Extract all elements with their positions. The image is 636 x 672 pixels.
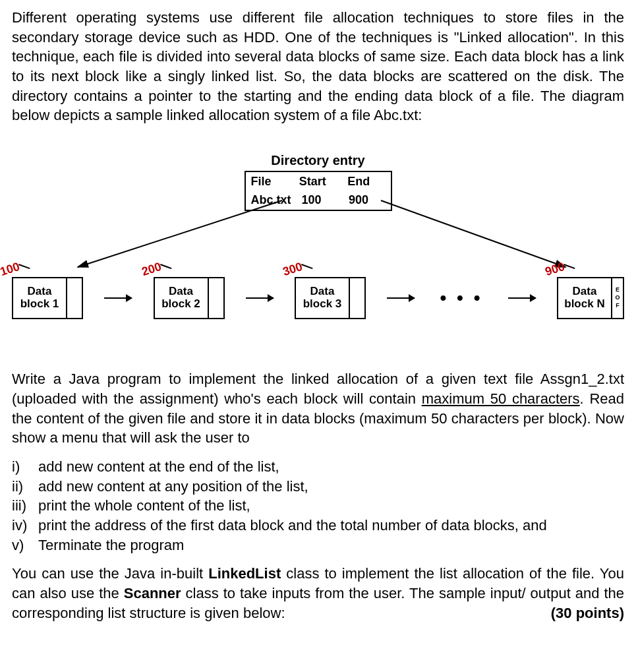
list-item: iv)print the address of the first data b… — [12, 516, 624, 535]
block-label: block 1 — [20, 298, 59, 311]
directory-title: Directory entry — [12, 152, 624, 169]
list-item: v)Terminate the program — [12, 535, 624, 555]
list-item: i)add new content at the end of the list… — [12, 457, 624, 477]
diagram: Directory entry File Start End Abc.txt 1… — [12, 152, 624, 336]
item-text: add new content at any position of the l… — [38, 477, 308, 497]
item-text: print the whole content of the list, — [38, 496, 250, 516]
intro-paragraph: Different operating systems use differen… — [12, 8, 624, 125]
item-num: ii) — [12, 477, 38, 497]
dir-value-file: Abc.txt — [246, 191, 297, 209]
block-label: Data — [573, 286, 597, 298]
menu-options-list: i)add new content at the end of the list… — [12, 457, 624, 555]
directory-box: File Start End Abc.txt 100 900 — [245, 171, 392, 211]
data-block-3: 300 Data block 3 — [295, 277, 366, 319]
list-item: ii)add new content at any position of th… — [12, 477, 624, 497]
item-text: Terminate the program — [38, 535, 184, 555]
text: You can use the Java in-built — [12, 565, 208, 582]
block-label: block N — [564, 298, 604, 311]
closing-paragraph: You can use the Java in-built LinkedList… — [12, 564, 624, 623]
block-label: block 2 — [161, 298, 200, 311]
dir-value-end: 900 — [343, 191, 391, 209]
arrow-icon — [508, 297, 536, 299]
bold-text: LinkedList — [208, 565, 281, 582]
item-num: i) — [12, 457, 38, 477]
dir-value-start: 100 — [297, 191, 344, 209]
item-num: v) — [12, 535, 38, 555]
arrow-icon — [387, 297, 415, 299]
eof-cell: E O F — [611, 278, 623, 318]
dir-header-start: Start — [294, 172, 342, 191]
eof-char: O — [615, 294, 620, 302]
item-num: iii) — [12, 496, 38, 516]
blocks-row: 100 Data block 1 200 Data block 2 — [12, 277, 624, 319]
ellipsis-icon: • • • — [436, 286, 487, 311]
eof-char: F — [616, 302, 620, 310]
data-block-1: 100 Data block 1 — [12, 277, 83, 319]
eof-char: E — [616, 286, 620, 294]
arrow-icon — [246, 297, 274, 299]
list-item: iii)print the whole content of the list, — [12, 496, 624, 516]
underlined-text: maximum 50 characters — [422, 390, 580, 407]
block-label: block 3 — [303, 298, 342, 311]
item-text: print the address of the first data bloc… — [38, 516, 547, 535]
arrow-icon — [104, 297, 132, 299]
bold-text: Scanner — [124, 585, 181, 601]
data-block-n: 900 Data block N E O F — [557, 277, 624, 319]
svg-line-1 — [381, 200, 565, 267]
block-label: Data — [310, 286, 335, 298]
dir-header-file: File — [246, 172, 294, 191]
dir-header-end: End — [342, 172, 390, 191]
points-label: (30 points) — [551, 603, 624, 623]
task-paragraph: Write a Java program to implement the li… — [12, 369, 624, 448]
item-text: add new content at the end of the list, — [38, 457, 279, 477]
item-num: iv) — [12, 516, 38, 535]
block-label: Data — [169, 286, 193, 298]
block-label: Data — [28, 286, 52, 298]
data-block-2: 200 Data block 2 — [154, 277, 225, 319]
